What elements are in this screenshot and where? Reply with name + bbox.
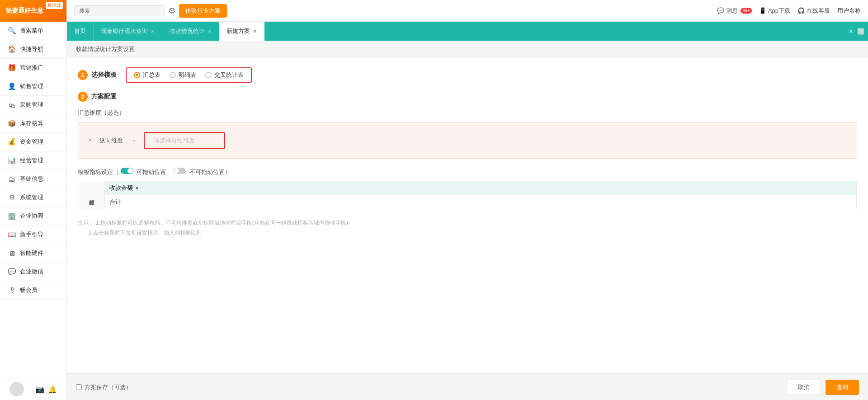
online-service-icon: 🎧: [797, 7, 805, 14]
vertical-dimension-label: 纵向维度: [99, 136, 123, 145]
app-download-button[interactable]: 📱 App下载: [759, 7, 790, 15]
topbar: ⚙ 体验行业方案 💬 消息 99+ 📱 App下载 🎧 在线客服 用户名称: [67, 0, 868, 22]
logo-badge: 标准版: [46, 2, 63, 9]
content-area: 收款情况统计方案设置 1 选择模板 汇总表 明细表: [67, 41, 868, 400]
tab-bank-flow[interactable]: 现金银行流水查询 ✕: [94, 22, 162, 41]
stats-section-label: 统计指标: [78, 181, 105, 209]
tab-collection-stats-close-icon[interactable]: ✕: [208, 28, 212, 34]
step2-section: 2 方案配置 汇总维度（必选） * 纵向维度 → 请选择分组维度: [78, 92, 857, 238]
sidebar: 畅捷通好生意 标准版 🔍 搜索菜单 🏠 快捷导航 🎁 营销推广 👤 销售管理 🛍…: [0, 0, 67, 400]
save-checkbox-area[interactable]: 方案保存（可选）: [76, 383, 132, 391]
sidebar-item-label: 销售管理: [20, 82, 43, 90]
step1-title: 选择模板: [91, 71, 117, 79]
sidebar-item-enterprise[interactable]: 🏢 企业协同: [0, 207, 66, 226]
tabbar: 首页 现金银行流水查询 ✕ 收款情况统计 ✕ 新建方案 ✕ ✕ ⬜: [67, 22, 868, 41]
tab-new-plan[interactable]: 新建方案 ✕: [219, 22, 264, 41]
sidebar-item-newbie[interactable]: 📖 新手引导: [0, 226, 66, 244]
online-service-button[interactable]: 🎧 在线客服: [797, 7, 830, 15]
sidebar-item-hardware[interactable]: 🖥 智能硬件: [0, 244, 66, 263]
save-checkbox[interactable]: [76, 384, 82, 390]
basics-icon: 🗂: [7, 174, 16, 184]
tab-collection-stats-label: 收款情况统计: [170, 27, 205, 35]
config-section: 汇总维度（必选） * 纵向维度 → 请选择分组维度: [78, 109, 857, 238]
enterprise-icon: 🏢: [7, 212, 16, 221]
sidebar-bottom: 📷 🔔: [0, 378, 66, 400]
operations-icon: 📊: [7, 156, 16, 165]
step1-section: 1 选择模板 汇总表 明细表 交叉统计表: [78, 67, 857, 83]
tab-home[interactable]: 首页: [67, 22, 94, 41]
metrics-header: 模板指标设定（ 可拖动位置 不可拖动位置）: [78, 168, 857, 176]
cancel-button[interactable]: 取消: [787, 380, 821, 395]
search-input[interactable]: [74, 5, 165, 16]
radio-cross-circle: [205, 72, 212, 78]
sidebar-icon1[interactable]: 📷: [35, 385, 44, 394]
dimension-select[interactable]: 请选择分组维度: [144, 132, 225, 149]
sidebar-item-label: 营销推广: [20, 64, 43, 72]
topbar-right: 💬 消息 99+ 📱 App下载 🎧 在线客服 用户名称: [717, 7, 861, 15]
sidebar-item-label: 经营管理: [20, 156, 43, 165]
sidebar-item-member[interactable]: 🎖 畅会员: [0, 281, 66, 300]
topbar-left: ⚙ 体验行业方案: [74, 4, 227, 18]
tab-collection-stats[interactable]: 收款情况统计 ✕: [162, 22, 219, 41]
radio-detail[interactable]: 明细表: [170, 71, 196, 79]
username-label: 用户名称: [837, 7, 861, 15]
app-download-icon: 📱: [759, 7, 766, 14]
industry-solution-button[interactable]: 体验行业方案: [179, 4, 227, 18]
sidebar-item-system[interactable]: ⚙ 系统管理: [0, 188, 66, 207]
tip-prefix: [78, 228, 87, 238]
sidebar-item-operations[interactable]: 📊 经营管理: [0, 151, 66, 170]
sidebar-item-capital[interactable]: 💰 资金管理: [0, 133, 66, 151]
sidebar-item-label: 采购管理: [20, 101, 43, 109]
sidebar-icon2[interactable]: 🔔: [48, 385, 57, 394]
stats-data-row: 合计: [105, 195, 857, 209]
newbie-icon: 📖: [7, 230, 16, 239]
sidebar-item-quick-nav[interactable]: 🏠 快捷导航: [0, 40, 66, 59]
query-button[interactable]: 查询: [826, 380, 859, 395]
radio-cross[interactable]: 交叉统计表: [205, 71, 244, 79]
quick-nav-icon: 🏠: [7, 45, 16, 54]
breadcrumb: 收款情况统计方案设置: [76, 46, 135, 52]
maximize-window-icon[interactable]: ⬜: [857, 28, 864, 35]
save-label: 方案保存（可选）: [85, 383, 132, 391]
notifications-label: 消息: [726, 7, 738, 15]
settings-icon[interactable]: ⚙: [168, 6, 175, 16]
bottom-buttons: 取消 查询: [787, 380, 859, 395]
sidebar-item-basics[interactable]: 🗂 基础信息: [0, 170, 66, 188]
message-icon: 💬: [717, 7, 724, 14]
tab-new-plan-label: 新建方案: [226, 27, 250, 35]
step2-header: 2 方案配置: [78, 92, 857, 102]
stats-col-amount-label: 收款金额: [109, 184, 133, 192]
sidebar-item-label: 资金管理: [20, 138, 43, 146]
member-icon: 🎖: [7, 286, 16, 295]
tip-text-2: 2.点击标题栏下拉可设置排序、插入列和删除列: [89, 228, 202, 238]
required-star: *: [89, 137, 91, 144]
sidebar-item-purchase[interactable]: 🛍 采购管理: [0, 96, 66, 114]
sidebar-item-label: 畅会员: [20, 286, 38, 294]
sidebar-item-label: 新手引导: [20, 231, 43, 239]
sidebar-item-label: 基础信息: [20, 175, 43, 183]
template-radio-group: 汇总表 明细表 交叉统计表: [126, 67, 252, 83]
sidebar-item-inventory[interactable]: 📦 库存核算: [0, 114, 66, 133]
sidebar-item-label: 企业微信: [20, 268, 43, 276]
online-service-label: 在线客服: [807, 7, 830, 15]
radio-summary[interactable]: 汇总表: [134, 71, 160, 79]
nodrag-toggle[interactable]: [173, 168, 186, 174]
user-avatar[interactable]: [9, 382, 24, 396]
stats-col-amount[interactable]: 收款金额 ▼: [105, 181, 857, 195]
sidebar-item-wechat[interactable]: 💬 企业微信: [0, 263, 66, 281]
radio-detail-label: 明细表: [179, 71, 196, 79]
sidebar-item-sales[interactable]: 👤 销售管理: [0, 77, 66, 96]
tab-new-plan-close-icon[interactable]: ✕: [253, 28, 257, 34]
tab-bank-flow-close-icon[interactable]: ✕: [151, 28, 155, 34]
sidebar-item-search-menu[interactable]: 🔍 搜索菜单: [0, 22, 66, 40]
step1-header: 1 选择模板 汇总表 明细表 交叉统计表: [78, 67, 857, 83]
sidebar-item-label: 企业协同: [20, 212, 43, 220]
dimension-row: * 纵向维度 → 请选择分组维度: [89, 132, 846, 149]
close-window-icon[interactable]: ✕: [849, 28, 854, 35]
tab-home-label: 首页: [74, 27, 86, 35]
notifications-button[interactable]: 💬 消息 99+: [717, 7, 752, 15]
sidebar-item-label: 智能硬件: [20, 249, 43, 257]
sidebar-item-marketing[interactable]: 🎁 营销推广: [0, 59, 66, 77]
drag-toggle[interactable]: [121, 168, 133, 174]
marketing-icon: 🎁: [7, 63, 16, 72]
